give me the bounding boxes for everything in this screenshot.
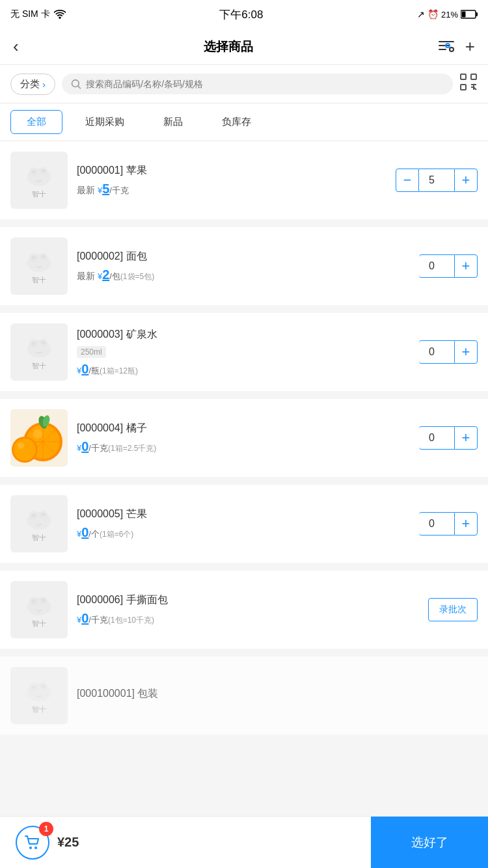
qty-plus-1[interactable]: + bbox=[454, 254, 478, 278]
qty-plus-0[interactable]: + bbox=[454, 169, 478, 192]
qty-input-0[interactable] bbox=[419, 169, 454, 192]
cart-icon bbox=[23, 834, 42, 852]
svg-point-62 bbox=[34, 847, 37, 849]
cart-total: ¥25 bbox=[57, 835, 79, 850]
svg-rect-2 bbox=[461, 12, 465, 18]
product-name-3: [0000004] 橘子 bbox=[77, 422, 410, 435]
product-price-0: 最新 ¥5/千克 bbox=[77, 182, 386, 197]
svg-point-21 bbox=[32, 170, 35, 173]
product-list: 智十 [0000001] 苹果 最新 ¥5/千克 − + bbox=[0, 141, 488, 788]
location-icon: ↗ bbox=[417, 9, 425, 20]
qty-controls-1: + bbox=[419, 254, 478, 278]
product-info-6: [000100001] 包装 bbox=[77, 687, 478, 705]
nav-left: ‹ bbox=[13, 36, 19, 57]
tab-negative-stock[interactable]: 负库存 bbox=[206, 110, 267, 134]
product-name-5: [0000006] 手撕面包 bbox=[77, 593, 419, 607]
svg-point-61 bbox=[29, 847, 32, 849]
wifi-icon bbox=[54, 10, 66, 19]
product-info-4: [0000005] 芒果 ¥0/个(1箱=6个) bbox=[77, 508, 410, 540]
status-right: ↗ ⏰ 21% bbox=[417, 9, 478, 20]
back-button[interactable]: ‹ bbox=[13, 36, 19, 57]
product-info-3: [0000004] 橘子 ¥0/千克(1箱=2.5千克) bbox=[77, 422, 410, 454]
product-item-0: 智十 [0000001] 苹果 最新 ¥5/千克 − + bbox=[0, 141, 488, 219]
qty-input-3[interactable] bbox=[419, 426, 454, 450]
qty-minus-0[interactable]: − bbox=[396, 169, 419, 192]
nav-right: + bbox=[438, 36, 475, 57]
qty-controls-3: + bbox=[419, 426, 478, 450]
confirm-button[interactable]: 选好了 bbox=[371, 817, 488, 869]
status-time: 下午6:08 bbox=[219, 7, 263, 22]
filter-row: 分类 › bbox=[0, 65, 488, 103]
batch-button-5[interactable]: 录批次 bbox=[428, 598, 478, 621]
product-price-4: ¥0/个(1箱=6个) bbox=[77, 525, 410, 540]
product-info-1: [0000002] 面包 最新 ¥2/包(1袋=5包) bbox=[77, 250, 410, 282]
svg-point-42 bbox=[14, 439, 36, 461]
qty-controls-2: + bbox=[419, 340, 478, 364]
svg-point-55 bbox=[42, 598, 45, 601]
category-button[interactable]: 分类 › bbox=[10, 74, 55, 95]
tab-new[interactable]: 新品 bbox=[147, 110, 199, 134]
tab-all[interactable]: 全部 bbox=[10, 110, 62, 134]
svg-point-26 bbox=[32, 256, 35, 259]
svg-point-40 bbox=[33, 429, 42, 439]
product-spec-2: 250ml bbox=[77, 346, 106, 358]
qty-input-1[interactable] bbox=[419, 254, 454, 278]
svg-point-31 bbox=[32, 342, 35, 345]
svg-point-49 bbox=[32, 513, 35, 517]
svg-point-27 bbox=[42, 254, 45, 258]
status-bar: 无 SIM 卡 下午6:08 ↗ ⏰ 21% bbox=[0, 0, 488, 29]
product-item-2: 智十 [0000003] 矿泉水 250ml ¥0/瓶(1箱=12瓶) + bbox=[0, 313, 488, 391]
svg-point-54 bbox=[32, 599, 35, 603]
product-image-3 bbox=[10, 409, 68, 467]
qty-controls-4: + bbox=[419, 512, 478, 536]
qty-plus-2[interactable]: + bbox=[454, 340, 478, 364]
product-item-3: [0000004] 橘子 ¥0/千克(1箱=2.5千克) + bbox=[0, 399, 488, 477]
product-image-4: 智十 bbox=[10, 495, 68, 552]
product-image-0: 智十 bbox=[10, 152, 68, 209]
svg-rect-1 bbox=[476, 12, 478, 16]
product-price-2: ¥0/瓶(1箱=12瓶) bbox=[77, 362, 410, 377]
qty-plus-4[interactable]: + bbox=[454, 512, 478, 536]
scan-button[interactable] bbox=[459, 73, 478, 95]
product-price-1: 最新 ¥2/包(1袋=5包) bbox=[77, 267, 410, 282]
search-box bbox=[62, 74, 453, 94]
svg-line-10 bbox=[78, 86, 81, 88]
battery-icon bbox=[461, 10, 478, 19]
svg-point-50 bbox=[42, 512, 45, 515]
cart-button[interactable]: 1 bbox=[16, 826, 49, 860]
qty-input-4[interactable] bbox=[419, 512, 454, 536]
product-info-2: [0000003] 矿泉水 250ml ¥0/瓶(1箱=12瓶) bbox=[77, 328, 410, 377]
product-name-2: [0000003] 矿泉水 bbox=[77, 328, 410, 342]
product-name-4: [0000005] 芒果 bbox=[77, 508, 410, 521]
product-name-1: [0000002] 面包 bbox=[77, 250, 410, 264]
qty-plus-3[interactable]: + bbox=[454, 426, 478, 450]
svg-rect-13 bbox=[461, 85, 466, 90]
product-item-6: 智十 [000100001] 包装 bbox=[0, 657, 488, 735]
svg-point-6 bbox=[450, 47, 454, 51]
filter-icon[interactable] bbox=[438, 38, 455, 56]
svg-point-60 bbox=[42, 684, 45, 687]
product-item-5: 智十 [0000006] 手撕面包 ¥0/千克(1包=10千克) 录批次 bbox=[0, 571, 488, 649]
page-title: 选择商品 bbox=[204, 38, 253, 55]
product-name-0: [0000001] 苹果 bbox=[77, 164, 386, 178]
add-button[interactable]: + bbox=[465, 36, 475, 57]
qty-input-2[interactable] bbox=[419, 340, 454, 364]
product-item-4: 智十 [0000005] 芒果 ¥0/个(1箱=6个) + bbox=[0, 485, 488, 563]
product-image-1: 智十 bbox=[10, 237, 68, 295]
search-icon bbox=[71, 79, 81, 89]
cart-badge: 1 bbox=[39, 822, 53, 836]
product-info-5: [0000006] 手撕面包 ¥0/千克(1包=10千克) bbox=[77, 593, 419, 626]
tab-recent[interactable]: 近期采购 bbox=[69, 110, 141, 134]
battery-text: 21% bbox=[441, 10, 458, 20]
bottom-bar: 1 ¥25 选好了 bbox=[0, 816, 488, 868]
product-price-3: ¥0/千克(1箱=2.5千克) bbox=[77, 439, 410, 454]
svg-point-59 bbox=[32, 685, 35, 688]
qty-controls-0: − + bbox=[396, 169, 478, 192]
svg-rect-11 bbox=[461, 74, 466, 79]
svg-point-32 bbox=[42, 340, 45, 344]
product-info-0: [0000001] 苹果 最新 ¥5/千克 bbox=[77, 164, 386, 197]
tab-bar: 全部 近期采购 新品 负库存 bbox=[0, 103, 488, 141]
status-carrier: 无 SIM 卡 bbox=[10, 8, 66, 20]
product-name-6: [000100001] 包装 bbox=[77, 687, 478, 701]
search-input[interactable] bbox=[86, 79, 444, 89]
